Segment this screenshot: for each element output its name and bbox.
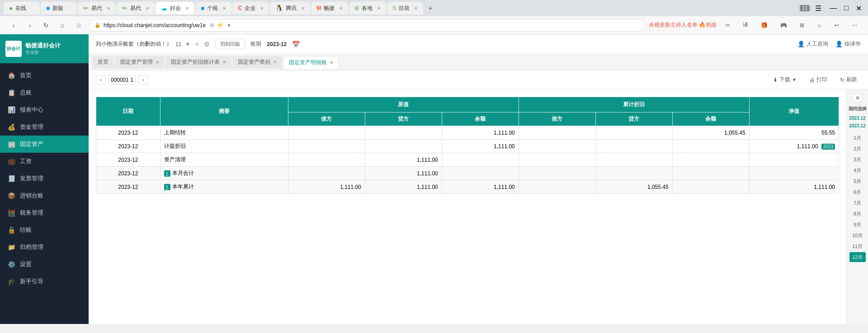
browser-tab-geshui[interactable]: ■ 个税 ✕ [195, 2, 231, 14]
account-dropdown-icon[interactable]: ▼ [185, 41, 190, 47]
url-dropdown-icon[interactable]: ▼ [226, 23, 231, 28]
browser-tab-new[interactable]: ■ 新版 [41, 2, 77, 14]
browser-tab-qiye[interactable]: C 企业 ✕ [232, 2, 269, 14]
home-button[interactable]: ⌂ [56, 19, 69, 32]
sidebar-item-invoice[interactable]: 🧾 发票管理 [0, 170, 89, 187]
browser-tab-tencent[interactable]: 🐧 腾讯 ✕ [270, 2, 310, 14]
back-button[interactable]: ‹ [7, 19, 20, 32]
sidebar-item-sales-ledger[interactable]: 📦 进销台账 [0, 187, 89, 204]
close-icon[interactable]: ✕ [853, 4, 864, 13]
sidebar-item-fixed-assets[interactable]: 🏢 固定资产 [0, 136, 89, 153]
forward-button[interactable]: › [24, 19, 36, 32]
tab-close-qiye[interactable]: ✕ [260, 6, 264, 11]
sidebar-item-tax[interactable]: 🧮 税务管理 [0, 204, 89, 221]
period-month-2[interactable]: 2月 [849, 144, 866, 154]
period-month-7[interactable]: 7月 [849, 198, 866, 208]
tab-close-asset-detail-ledger[interactable]: ✕ [330, 60, 333, 65]
download-button[interactable]: ⬇ 下载 ▼ [769, 74, 800, 85]
sidebar-label-reports: 报表中心 [20, 106, 43, 114]
table-area: 日期 摘要 原值 累计折旧 净值 借方 贷方 余额 借方 贷方 余额 [89, 89, 846, 324]
new-tab-button[interactable]: ＋ [424, 2, 437, 14]
grid-icon[interactable]: ⊞ [796, 20, 808, 30]
period-month-3[interactable]: 3月 [849, 155, 866, 164]
prev-page-btn[interactable]: ‹ [96, 75, 106, 85]
period-date-end[interactable]: 2023.12 [849, 122, 866, 129]
service-button[interactable]: 👤 人工咨询 [797, 40, 828, 48]
close-panel-button[interactable]: ✕ [853, 93, 863, 103]
maximize-icon[interactable]: □ [841, 4, 851, 12]
sidebar-label-funds: 资金管理 [20, 123, 43, 131]
theme-icon[interactable]: ☼ [813, 20, 826, 30]
year-badge-2: 2023 [821, 144, 835, 150]
browser-tab-haohui[interactable]: ☁ 好会 ✕ [156, 2, 194, 14]
tab-close-muqian[interactable]: ✕ [414, 6, 418, 11]
period-month-5[interactable]: 5月 [849, 176, 866, 186]
sidebar-label-tax: 税务管理 [20, 209, 43, 217]
scissors-icon[interactable]: ✂ [722, 20, 734, 30]
sidebar-item-payroll[interactable]: 💼 工资 [0, 153, 89, 170]
tab-close-geshui[interactable]: ✕ [222, 6, 226, 11]
tab-fixed-assets-mgmt[interactable]: 固定资产管理 ✕ [115, 56, 165, 69]
period-month-10[interactable]: 10月 [849, 230, 866, 240]
wallet-icon[interactable]: 🎁 [757, 20, 771, 30]
page-number-input[interactable] [108, 75, 136, 85]
tab-close-gedi[interactable]: ✕ [377, 6, 381, 11]
browser-menu-icon[interactable]: ☰ [811, 4, 825, 13]
browser-settings-icon[interactable]: ⋯ [848, 20, 861, 30]
tab-home[interactable]: 首页 [92, 56, 114, 69]
sidebar-item-archive[interactable]: 📁 归档管理 [0, 239, 89, 256]
game-icon[interactable]: 🎮 [777, 20, 791, 30]
cell-orig-balance-4 [442, 167, 519, 180]
url-bar[interactable]: 🔒 https://cloud.chanjet.com/accounting/u… [89, 19, 645, 32]
sidebar-item-reports[interactable]: 📊 报表中心 [0, 101, 89, 118]
tab-close-asset-category[interactable]: ✕ [273, 60, 277, 65]
tab-asset-category[interactable]: 固定资产类别 ✕ [232, 56, 282, 69]
tab-close-fixed-assets-mgmt[interactable]: ✕ [156, 60, 159, 65]
refresh-button[interactable]: ↻ 刷新 [836, 74, 861, 85]
browser-tab-muqian[interactable]: S 目前 ✕ [387, 2, 423, 14]
translate-icon[interactable]: 译 [739, 19, 752, 31]
print-button[interactable]: 🖨 打印 [806, 74, 831, 85]
tab-close-yidai2[interactable]: ✕ [146, 6, 149, 11]
next-page-btn[interactable]: › [138, 75, 148, 85]
tab-close-haohui[interactable]: ✕ [185, 6, 189, 11]
sidebar-item-closing[interactable]: 🔒 结账 [0, 221, 89, 239]
period-date-start[interactable]: 2023.12 [849, 115, 866, 122]
tab-asset-detail-ledger[interactable]: 固定资产明细账 ✕ [283, 56, 339, 69]
bookmark-button[interactable]: ☆ [72, 19, 85, 32]
tab-close-depreciation-stats[interactable]: ✕ [222, 60, 226, 65]
sidebar-label-settings: 设置 [20, 260, 32, 268]
tab-depreciation-stats[interactable]: 固定资产折旧统计表 ✕ [165, 56, 231, 69]
period-month-8[interactable]: 8月 [849, 209, 866, 219]
browser-tab-gedi[interactable]: ⊞ 各地 ✕ [349, 2, 386, 14]
switch-version-btn[interactable]: 切到旧版 [215, 39, 245, 49]
history-icon[interactable]: ↩ [831, 20, 843, 30]
minimize-icon[interactable]: — [827, 4, 840, 12]
tab-close-tencent[interactable]: ✕ [301, 6, 305, 11]
sidebar-nav: 🏠 首页 📋 总账 📊 报表中心 💰 资金管理 🏢 固定资产 💼 工资 [0, 63, 89, 324]
sidebar-item-funds[interactable]: 💰 资金管理 [0, 118, 89, 136]
browser-tab-online[interactable]: ● 在线 [4, 2, 40, 14]
reload-button[interactable]: ↻ [40, 19, 52, 32]
user-button[interactable]: 👤 徐译华 [835, 40, 861, 48]
sidebar-item-guide[interactable]: 🎓 新手引导 [0, 273, 89, 290]
browser-tab-yidai2[interactable]: ✏ 易代 ✕ [117, 2, 155, 14]
browser-tab-yidai1[interactable]: ✏ 易代 ✕ [78, 2, 116, 14]
period-month-12[interactable]: 12月 [849, 252, 866, 262]
settings-small-icon[interactable]: ⚙ [204, 41, 210, 48]
period-month-9[interactable]: 9月 [849, 220, 866, 230]
sidebar-item-settings[interactable]: ⚙️ 设置 [0, 256, 89, 273]
period-month-1[interactable]: 1月 [849, 133, 866, 143]
period-month-6[interactable]: 6月 [849, 187, 866, 197]
sub-header-credit2: 贷方 [595, 113, 672, 126]
add-account-icon[interactable]: ＋ [194, 40, 200, 48]
period-month-11[interactable]: 11月 [849, 241, 866, 251]
sidebar-item-general-ledger[interactable]: 📋 总账 [0, 84, 89, 101]
tab-close-yidai1[interactable]: ✕ [107, 6, 110, 11]
sidebar-item-home[interactable]: 🏠 首页 [0, 67, 89, 84]
period-month-4[interactable]: 4月 [849, 165, 866, 175]
calendar-icon[interactable]: 📅 [292, 41, 300, 48]
tab-icon-new: ■ [46, 5, 50, 12]
browser-tab-changjie[interactable]: M 畅捷 ✕ [311, 2, 348, 14]
tab-close-changjie[interactable]: ✕ [339, 6, 343, 11]
